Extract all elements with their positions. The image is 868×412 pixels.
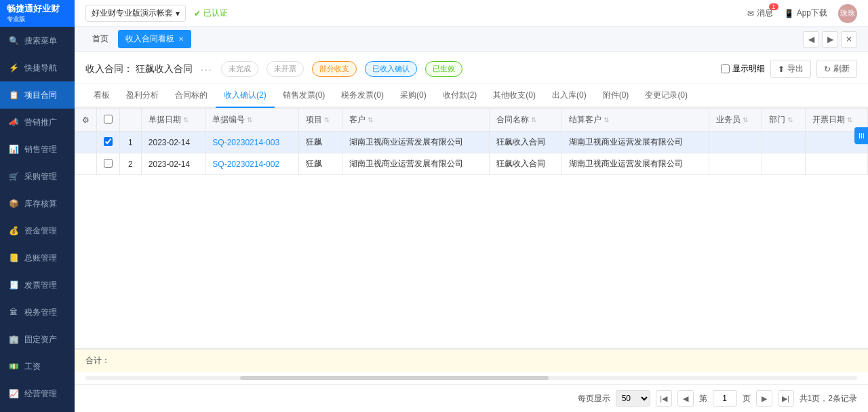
content-inner: 收入合同： 狂飙收入合同 ··· 未完成 未开票 部分收支 已收入确认 已生效 … — [75, 52, 868, 412]
certified-label: 已认证 — [203, 7, 228, 19]
user-avatar[interactable]: 珠珠 — [838, 4, 857, 23]
th-date[interactable]: 单据日期⇅ — [141, 109, 205, 132]
nav-icon-7: 💰 — [7, 224, 20, 238]
export-label: 导出 — [787, 63, 804, 75]
nav-icon-9: 🧾 — [7, 278, 20, 292]
row-checkbox-0[interactable] — [104, 137, 113, 146]
th-code[interactable]: 单据编号⇅ — [205, 109, 298, 132]
th-settle-customer[interactable]: 结算客户⇅ — [561, 109, 709, 132]
scrollbar-track[interactable] — [85, 376, 857, 380]
tab-home[interactable]: 首页 — [85, 31, 115, 48]
per-page-select[interactable]: 50 100 200 — [616, 390, 650, 407]
page-first-button[interactable]: |◀ — [656, 390, 672, 407]
tab-close-button[interactable]: ✕ — [841, 31, 857, 48]
show-detail-checkbox[interactable] — [721, 64, 730, 73]
row-num-0: 1 — [120, 132, 142, 153]
sidebar-item-1[interactable]: ⚡快捷导航 — [0, 54, 75, 81]
page-number-input[interactable] — [713, 390, 737, 407]
sidebar-item-14[interactable]: 💳小畅报销 — [0, 407, 75, 412]
sidebar-item-12[interactable]: 💵工资 — [0, 353, 75, 380]
company-selector[interactable]: 好业财专业版演示帐套 ▾ — [85, 5, 186, 22]
sidebar-item-5[interactable]: 🛒采购管理 — [0, 163, 75, 190]
horizontal-scrollbar[interactable] — [75, 372, 868, 384]
contract-title: 收入合同： 狂飙收入合同 — [85, 63, 193, 75]
row-checkbox-1[interactable] — [104, 159, 113, 168]
nav-label-7: 资金管理 — [24, 225, 68, 237]
nav-icon-6: 📦 — [7, 197, 20, 210]
page-last-button[interactable]: ▶| — [778, 390, 794, 407]
sidebar-item-0[interactable]: 🔍搜索菜单 — [0, 27, 75, 54]
app-subtitle: 专业版 — [7, 15, 60, 24]
th-customer[interactable]: 客户⇅ — [342, 109, 490, 132]
subtab-5[interactable]: 税务发票(0) — [333, 84, 392, 108]
sidebar-item-7[interactable]: 💰资金管理 — [0, 217, 75, 244]
row-settle-customer-1: 湖南卫视商业运营发展有限公司 — [561, 153, 709, 175]
page-next-button[interactable]: ▶ — [756, 390, 772, 407]
topbar-right: ✉ 消息 1 📱 App下载 珠珠 — [747, 4, 857, 23]
row-code-link-0[interactable]: SQ-20230214-003 — [212, 138, 279, 147]
scrollbar-thumb[interactable] — [240, 376, 549, 380]
subtab-9[interactable]: 出入库(0) — [544, 84, 595, 108]
sidebar-item-4[interactable]: 📊销售管理 — [0, 136, 75, 163]
right-sidebar-icon[interactable]: ≡ — [854, 127, 868, 144]
table-row[interactable]: 1 2023-02-14 SQ-20230214-003 狂飙 湖南卫视商业运营… — [75, 132, 868, 153]
subtabs: 看板盈利分析合同标的收入确认(2)销售发票(0)税务发票(0)采购(0)收付款(… — [75, 84, 868, 108]
select-all-checkbox[interactable] — [104, 115, 113, 124]
subtab-2[interactable]: 合同标的 — [167, 84, 216, 108]
subtab-10[interactable]: 附件(0) — [595, 84, 637, 108]
status-uninvoiced[interactable]: 未开票 — [267, 61, 304, 77]
subtab-7[interactable]: 收付款(2) — [435, 84, 486, 108]
row-project-0: 狂飙 — [298, 132, 342, 153]
th-contract[interactable]: 合同名称⇅ — [490, 109, 562, 132]
export-button[interactable]: ⬆ 导出 — [770, 60, 811, 78]
subtab-4[interactable]: 销售发票(0) — [275, 84, 334, 108]
subtab-8[interactable]: 其他收支(0) — [485, 84, 544, 108]
subtab-3[interactable]: 收入确认(2) — [216, 84, 275, 108]
refresh-icon: ↻ — [824, 64, 831, 74]
page-label-pre: 第 — [699, 393, 707, 405]
table-container[interactable]: ⚙ 单据日期⇅ 单据编号⇅ 项目⇅ — [75, 108, 868, 348]
tab-contract-board[interactable]: 收入合同看板 ✕ — [118, 30, 191, 48]
th-salesman[interactable]: 业务员⇅ — [709, 109, 762, 132]
subtab-1[interactable]: 盈利分析 — [118, 84, 167, 108]
th-department[interactable]: 部门⇅ — [762, 109, 805, 132]
table-row[interactable]: 2 2023-02-14 SQ-20230214-002 狂飙 湖南卫视商业运营… — [75, 153, 868, 175]
status-confirmed[interactable]: 已收入确认 — [365, 61, 417, 77]
row-settle-customer-0: 湖南卫视商业运营发展有限公司 — [561, 132, 709, 153]
tab-next-button[interactable]: ▶ — [822, 31, 838, 48]
app-download-label: App下载 — [797, 7, 827, 19]
row-code-1[interactable]: SQ-20230214-002 — [205, 153, 298, 175]
sidebar-item-3[interactable]: 📣营销推广 — [0, 109, 75, 136]
sidebar-item-2[interactable]: 📋项目合同 — [0, 81, 75, 109]
sidebar-item-11[interactable]: 🏢固定资产 — [0, 326, 75, 353]
row-code-0[interactable]: SQ-20230214-003 — [205, 132, 298, 153]
sidebar-item-8[interactable]: 📒总账管理 — [0, 244, 75, 271]
nav-icon-12: 💵 — [7, 360, 20, 373]
tab-close-icon[interactable]: ✕ — [178, 35, 184, 43]
status-partial[interactable]: 部分收支 — [312, 61, 357, 77]
th-project[interactable]: 项目⇅ — [298, 109, 342, 132]
show-detail-toggle[interactable]: 显示明细 — [721, 63, 765, 75]
th-settings[interactable]: ⚙ — [75, 109, 97, 132]
th-invoice-date-label: 开票日期 — [812, 114, 845, 126]
subtab-6[interactable]: 采购(0) — [392, 84, 435, 108]
sidebar-item-10[interactable]: 🏛税务管理 — [0, 299, 75, 326]
subtab-0[interactable]: 看板 — [85, 84, 118, 108]
status-active[interactable]: 已生效 — [425, 61, 462, 77]
messages-button[interactable]: ✉ 消息 1 — [747, 7, 773, 19]
th-salesman-label: 业务员 — [716, 114, 741, 126]
th-department-label: 部门 — [769, 114, 785, 126]
app-download-button[interactable]: 📱 App下载 — [784, 7, 827, 19]
sidebar-item-9[interactable]: 🧾发票管理 — [0, 271, 75, 299]
refresh-button[interactable]: ↻ 刷新 — [816, 60, 857, 78]
sidebar-item-6[interactable]: 📦库存核算 — [0, 190, 75, 217]
subtab-11[interactable]: 变更记录(0) — [637, 84, 696, 108]
sidebar-item-13[interactable]: 📈经营管理 — [0, 380, 75, 407]
contract-more-button[interactable]: ··· — [201, 64, 213, 75]
per-page-label: 每页显示 — [578, 393, 610, 405]
status-incomplete[interactable]: 未完成 — [221, 61, 258, 77]
row-salesman-1 — [709, 153, 762, 175]
tab-prev-button[interactable]: ◀ — [803, 31, 819, 48]
page-prev-button[interactable]: ◀ — [677, 390, 694, 407]
row-code-link-1[interactable]: SQ-20230214-002 — [212, 160, 279, 169]
